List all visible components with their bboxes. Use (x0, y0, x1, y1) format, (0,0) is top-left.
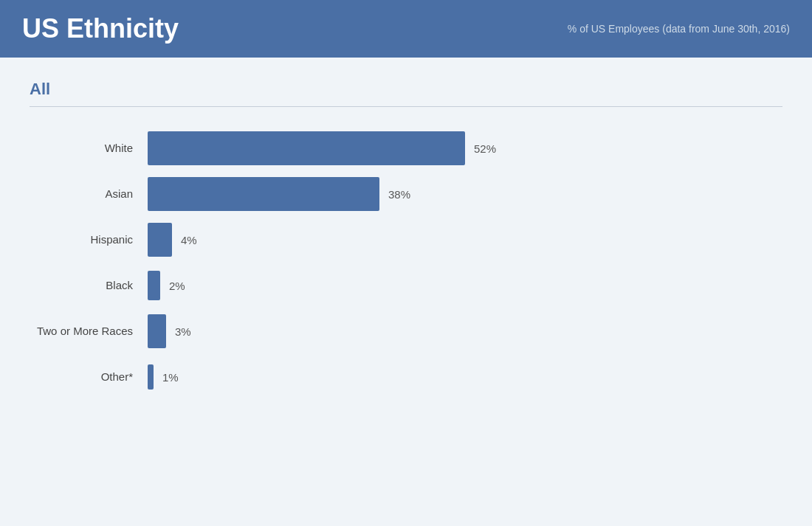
bar-container: 2% (148, 271, 782, 300)
bar-container: 38% (148, 177, 782, 211)
bar-row: Asian38% (30, 175, 782, 213)
bar-row: White52% (30, 129, 782, 167)
section-label: All (30, 80, 782, 99)
bar-value: 38% (388, 188, 410, 201)
bar-container: 52% (148, 131, 782, 165)
bar-label: Black (30, 278, 148, 293)
bar-fill (148, 131, 465, 165)
bar-fill (148, 364, 154, 390)
bar-container: 4% (148, 223, 782, 257)
header: US Ethnicity % of US Employees (data fro… (0, 0, 812, 58)
bar-container: 1% (148, 364, 782, 390)
bar-container: 3% (148, 314, 782, 348)
bar-value: 3% (175, 325, 191, 338)
bar-label: Other* (30, 370, 148, 384)
bar-value: 2% (169, 280, 185, 292)
card: US Ethnicity % of US Employees (data fro… (0, 0, 812, 526)
bar-row: Hispanic4% (30, 221, 782, 259)
bar-value: 52% (474, 142, 496, 155)
bar-row: Other*1% (30, 358, 782, 396)
bar-row: Two or More Races3% (30, 312, 782, 350)
page-title: US Ethnicity (22, 13, 179, 44)
bar-label: White (30, 141, 148, 156)
content-area: All White52%Asian38%Hispanic4%Black2%Two… (0, 58, 812, 526)
bar-fill (148, 177, 379, 211)
bar-fill (148, 271, 160, 300)
header-subtitle: % of US Employees (data from June 30th, … (568, 23, 790, 35)
bar-chart: White52%Asian38%Hispanic4%Black2%Two or … (30, 129, 782, 396)
bar-fill (148, 223, 172, 257)
bar-value: 4% (181, 234, 197, 246)
bar-label: Hispanic (30, 232, 148, 247)
bar-label: Two or More Races (30, 324, 148, 339)
bar-fill (148, 314, 166, 348)
bar-value: 1% (162, 371, 179, 384)
bar-row: Black2% (30, 266, 782, 305)
bar-label: Asian (30, 187, 148, 201)
divider (30, 106, 782, 107)
